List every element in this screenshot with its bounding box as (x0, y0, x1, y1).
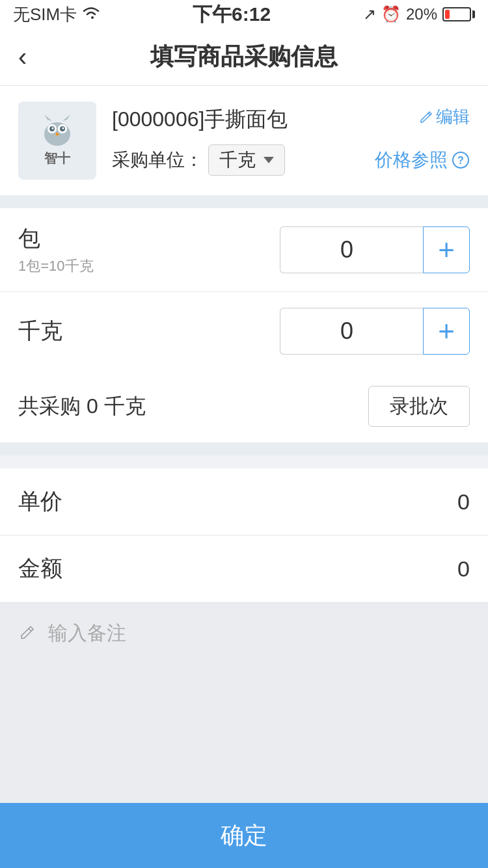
edit-button[interactable]: 编辑 (419, 105, 470, 128)
section-divider-1 (0, 195, 488, 208)
kilogram-input[interactable] (280, 308, 423, 355)
kilogram-plus-button[interactable]: + (423, 308, 470, 355)
unit-price-row: 单价 0 (0, 468, 488, 536)
pencil-icon (18, 621, 38, 645)
bao-plus-button[interactable]: + (423, 226, 470, 273)
notes-section[interactable]: 输入备注 (0, 602, 488, 665)
bao-input-row: 包 1包=10千克 + (0, 208, 488, 292)
bao-sublabel: 1包=10千克 (18, 256, 94, 276)
carrier-text: 无SIM卡 (13, 3, 77, 26)
battery-percent: 20% (406, 5, 437, 23)
alarm-icon: ⏰ (381, 5, 401, 23)
kilogram-input-group: + (280, 308, 470, 355)
unit-selector[interactable]: 千克 (208, 144, 285, 176)
product-card: 智十 [0000006]手撕面包 编辑 采购单位： 千克 价 (0, 86, 488, 195)
svg-marker-8 (44, 115, 52, 121)
svg-text:?: ? (457, 155, 464, 166)
status-right: ↗ ⏰ 20% (363, 5, 475, 23)
kilogram-label-group: 千克 (18, 316, 62, 346)
status-time: 下午6:12 (193, 1, 271, 28)
logo-text: 智十 (44, 150, 70, 167)
product-header: [0000006]手撕面包 编辑 (112, 105, 470, 134)
amount-label: 金额 (18, 554, 62, 584)
chevron-down-icon (264, 157, 274, 163)
bao-input-group: + (280, 226, 470, 273)
section-divider-2 (0, 442, 488, 455)
product-info: [0000006]手撕面包 编辑 采购单位： 千克 价格参照 (112, 105, 470, 176)
price-ref-button[interactable]: 价格参照 ? (375, 148, 470, 172)
status-left: 无SIM卡 (13, 3, 100, 26)
wifi-icon (82, 5, 100, 25)
product-name: [0000006]手撕面包 (112, 105, 288, 134)
battery-indicator (442, 7, 475, 21)
location-icon: ↗ (363, 5, 376, 23)
notes-placeholder[interactable]: 输入备注 (48, 620, 126, 647)
amount-value: 0 (457, 556, 470, 582)
summary-row: 共采购 0 千克 录批次 (0, 370, 488, 442)
unit-price-value: 0 (457, 489, 470, 515)
kilogram-label: 千克 (18, 316, 62, 346)
unit-price-label: 单价 (18, 487, 62, 517)
bao-input[interactable] (280, 226, 423, 273)
status-bar: 无SIM卡 下午6:12 ↗ ⏰ 20% (0, 0, 488, 29)
svg-marker-9 (62, 115, 70, 121)
product-logo: 智十 (38, 115, 77, 167)
bao-label: 包 (18, 224, 94, 254)
nav-bar: ‹ 填写商品采购信息 (0, 29, 488, 86)
back-button[interactable]: ‹ (18, 42, 27, 72)
price-section: 单价 0 金额 0 (0, 468, 488, 602)
product-unit-row: 采购单位： 千克 价格参照 ? (112, 144, 470, 176)
batch-button[interactable]: 录批次 (368, 386, 470, 427)
svg-point-6 (62, 127, 64, 129)
unit-label: 采购单位： 千克 (112, 144, 285, 176)
input-section: 包 1包=10千克 + 千克 + (0, 208, 488, 370)
svg-point-5 (52, 127, 54, 129)
summary-text: 共采购 0 千克 (18, 392, 146, 421)
kilogram-input-row: 千克 + (0, 292, 488, 370)
page-title: 填写商品采购信息 (150, 41, 338, 73)
amount-row: 金额 0 (0, 536, 488, 602)
confirm-button[interactable]: 确定 (0, 803, 488, 868)
product-image: 智十 (18, 102, 96, 180)
bao-label-group: 包 1包=10千克 (18, 224, 94, 276)
